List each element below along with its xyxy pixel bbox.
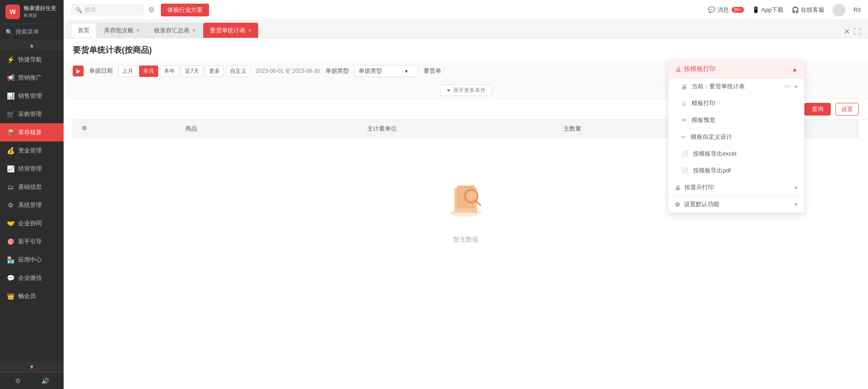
dropdown-current-label: 当前：要货单统计表 bbox=[692, 82, 745, 91]
dropdown-header: 🖨 按模板打印 ▲ bbox=[668, 61, 804, 78]
tab-batch-account[interactable]: 库存批次账 × bbox=[97, 23, 146, 38]
sidebar-nav: ⚡ 快捷导航 📢 营销推广 📊 销售管理 🛒 采购管理 📦 库存核算 💰 资金管… bbox=[0, 51, 64, 361]
table-col-settings[interactable]: ⚙ bbox=[73, 120, 96, 137]
dropdown-chevron-up[interactable]: ▲ bbox=[792, 66, 798, 73]
operations-icon: 📈 bbox=[6, 165, 15, 172]
sidebar-item-appstore[interactable]: 🏪 应用中心 bbox=[0, 251, 64, 269]
svg-point-5 bbox=[468, 192, 475, 200]
date-btn-last-month[interactable]: 上月 bbox=[118, 66, 137, 77]
empty-icon bbox=[443, 174, 489, 228]
sidebar-item-finance[interactable]: 💰 资金管理 bbox=[0, 141, 64, 160]
sidebar-item-guide[interactable]: 🎯 新手引导 bbox=[0, 232, 64, 251]
order-filter-label: 要货单 bbox=[424, 67, 441, 75]
promo-button[interactable]: 体验行业方案 bbox=[161, 4, 209, 16]
sidebar-item-operations[interactable]: 📈 经营管理 bbox=[0, 160, 64, 178]
dropdown-template-print[interactable]: 🖨 模板打印 bbox=[668, 95, 804, 112]
expand-more-button[interactable]: ▼ 展开更多条件 bbox=[440, 85, 492, 96]
app-name: 畅康通好生意 bbox=[24, 5, 56, 12]
tab-maximize-button[interactable]: ⛶ bbox=[853, 28, 861, 36]
sidebar-scroll-down[interactable]: ▼ bbox=[0, 361, 64, 372]
query-button[interactable]: 查询 bbox=[804, 103, 831, 116]
table-col-goods: 商品 bbox=[96, 120, 287, 137]
date-btn-last-7days[interactable]: 近7天 bbox=[181, 66, 203, 77]
sidebar-search[interactable]: 🔍 搜索菜单 bbox=[0, 24, 64, 40]
sidebar-item-marketing[interactable]: 📢 营销推广 bbox=[0, 69, 64, 87]
collect-summary-close-icon[interactable]: × bbox=[192, 27, 195, 34]
current-chevron: ▾ bbox=[794, 83, 798, 90]
sidebar-item-member[interactable]: 👑 畅会员 bbox=[0, 287, 64, 305]
dropdown-template-custom[interactable]: ✏ 模板自定义设计 bbox=[668, 129, 804, 146]
dropdown-set-default[interactable]: ⚙ 设置默认功能 ▾ bbox=[668, 196, 804, 213]
search-icon: 🔍 bbox=[5, 29, 13, 35]
logo-icon: W bbox=[5, 5, 20, 19]
appstore-icon: 🏪 bbox=[6, 256, 15, 263]
dropdown-current-item[interactable]: 🖨 当前：要货单统计表 ▾ bbox=[668, 78, 804, 95]
sidebar-item-quick-nav[interactable]: ⚡ 快捷导航 bbox=[0, 51, 64, 69]
page-header: 要货单统计表(按商品) bbox=[64, 38, 868, 61]
wecom-icon: 💬 bbox=[6, 274, 15, 282]
template-preview-label: 模板预览 bbox=[692, 116, 715, 124]
sidebar-item-purchase[interactable]: 🛒 采购管理 bbox=[0, 105, 64, 123]
sidebar-item-guide-label: 新手引导 bbox=[18, 237, 42, 246]
type-filter-dropdown[interactable]: 单据类型 ▾ bbox=[354, 65, 418, 77]
set-default-icon: ⚙ bbox=[675, 201, 680, 208]
dropdown-template-preview[interactable]: 👁 模板预览 bbox=[668, 112, 804, 129]
sidebar-item-system-label: 系统管理 bbox=[18, 201, 42, 209]
topbar-search-icon: 🔍 bbox=[75, 7, 82, 13]
sidebar-item-member-label: 畅会员 bbox=[18, 292, 36, 300]
batch-account-close-icon[interactable]: × bbox=[136, 27, 140, 34]
guide-icon: 🎯 bbox=[6, 238, 15, 245]
topbar-gear-icon[interactable]: ⚙ bbox=[148, 5, 155, 14]
type-filter-label: 单据类型 bbox=[325, 67, 349, 75]
date-btn-this-month[interactable]: 本月 bbox=[139, 66, 158, 77]
finance-icon: 💰 bbox=[6, 147, 15, 154]
template-print-label: 模板打印 bbox=[692, 99, 715, 107]
speaker-icon[interactable]: 🔊 bbox=[41, 377, 49, 384]
set-default-left: ⚙ 设置默认功能 bbox=[675, 200, 719, 208]
topbar-search[interactable]: 🔍 搜索 bbox=[71, 4, 144, 15]
member-icon: 👑 bbox=[6, 293, 15, 300]
type-dropdown-placeholder: 单据类型 bbox=[359, 67, 382, 75]
dropdown-title: 🖨 按模板打印 bbox=[675, 65, 716, 73]
dropdown-display-print[interactable]: 🖨 按显示打印 ▾ bbox=[668, 179, 804, 196]
setting-button[interactable]: 设置 bbox=[835, 103, 859, 116]
sidebar-item-inventory[interactable]: 📦 库存核算 bbox=[0, 123, 64, 141]
date-filter-label: 单据日期 bbox=[89, 67, 113, 75]
topbar: 🔍 搜索 ⚙ 体验行业方案 💬 消息 99+ 📱 App下载 🎧 在线客服 Ri… bbox=[64, 0, 868, 20]
message-item[interactable]: 💬 消息 99+ bbox=[708, 6, 744, 14]
dropdown-template-pdf[interactable]: 📄 按模板导出pdf bbox=[668, 162, 804, 179]
dropdown-template-excel[interactable]: 📄 按模板导出excel bbox=[668, 146, 804, 162]
order-stats-close-icon[interactable]: × bbox=[248, 27, 251, 34]
app-download-item[interactable]: 📱 App下载 bbox=[752, 6, 783, 14]
sidebar-scroll-up[interactable]: ▲ bbox=[0, 40, 64, 51]
app-logo: W 畅康通好生意 标准版 bbox=[0, 0, 64, 24]
sidebar-item-sales[interactable]: 📊 销售管理 bbox=[0, 87, 64, 105]
settings-icon[interactable]: ⚙ bbox=[15, 377, 21, 384]
marketing-icon: 📢 bbox=[6, 74, 15, 81]
current-badge bbox=[783, 86, 790, 87]
tab-collect-summary[interactable]: 收发存汇总表 × bbox=[147, 23, 202, 38]
page-title: 要货单统计表(按商品) bbox=[73, 45, 152, 55]
sidebar-item-base[interactable]: 🗂 基础信息 bbox=[0, 178, 64, 196]
filter-expand-btn[interactable]: ▶ bbox=[73, 66, 84, 76]
app-sub: 标准版 bbox=[24, 12, 56, 19]
template-excel-icon: 📄 bbox=[681, 151, 688, 157]
sidebar-search-label: 搜索菜单 bbox=[15, 28, 39, 36]
sidebar-item-enterprise[interactable]: 🤝 企业协同 bbox=[0, 214, 64, 232]
message-label: 消息 bbox=[717, 6, 729, 14]
tab-close-button[interactable]: ✕ bbox=[844, 27, 850, 36]
tab-home[interactable]: 首页 bbox=[71, 23, 96, 38]
date-btn-this-year[interactable]: 本年 bbox=[160, 66, 179, 77]
sidebar-item-wecom[interactable]: 💬 企业微信 bbox=[0, 269, 64, 287]
online-service-item[interactable]: 🎧 在线客服 bbox=[792, 6, 824, 14]
tab-order-stats[interactable]: 要货单统计表 × bbox=[203, 23, 258, 38]
sidebar-item-system[interactable]: ⚙ 系统管理 bbox=[0, 196, 64, 214]
settings-col-icon: ⚙ bbox=[82, 125, 87, 131]
sidebar-item-enterprise-label: 企业协同 bbox=[18, 219, 42, 227]
expand-more-icon: ▼ bbox=[446, 87, 451, 94]
date-btn-more[interactable]: 更多 bbox=[205, 66, 224, 77]
message-badge: 99+ bbox=[732, 7, 744, 13]
avatar[interactable] bbox=[833, 4, 845, 16]
date-btn-custom[interactable]: 自定义 bbox=[226, 66, 250, 77]
set-default-label: 设置默认功能 bbox=[684, 200, 719, 208]
